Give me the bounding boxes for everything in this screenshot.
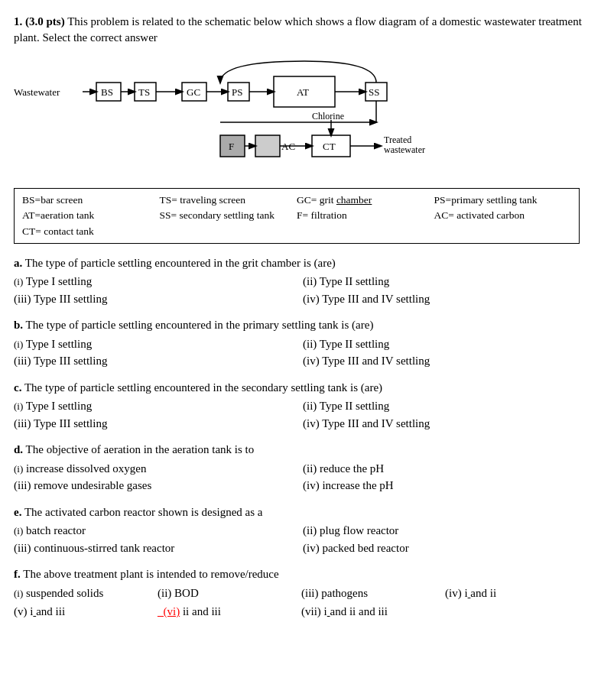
option-c-ii: (ii) Type II settling: [303, 397, 584, 415]
legend-gc: GC= grit chamber: [297, 193, 434, 208]
option-a-iv: (iv) Type III and IV settling: [303, 290, 584, 308]
question-f-options-row1: (i) suspended solids (ii) BOD (iii) path…: [14, 585, 584, 602]
question-b: b. The type of particle settling encount…: [14, 316, 584, 370]
question-c: c. The type of particle settling encount…: [14, 379, 584, 433]
question-d-text: d. The objective of aeration in the aera…: [14, 441, 584, 459]
question-e: e. The activated carbon reactor shown is…: [14, 504, 584, 557]
svg-text:Wastewater: Wastewater: [14, 86, 60, 98]
flow-diagram: Wastewater BS TS GC PS AT SS: [14, 53, 549, 183]
svg-text:wastewater: wastewater: [384, 144, 425, 155]
option-b-ii: (ii) Type II settling: [303, 335, 584, 353]
svg-text:GC: GC: [187, 86, 200, 98]
legend-ac: AC= activated carbon: [434, 208, 572, 223]
problem-points: (3.0 pts): [25, 15, 65, 28]
option-c-iv: (iv) Type III and IV settling: [303, 415, 584, 433]
svg-rect-30: [255, 135, 280, 157]
flow-diagram-container: Wastewater BS TS GC PS AT SS: [14, 53, 549, 183]
question-f-options-row2: (v) i and iii _(vi) ii and iii (vii) i a…: [14, 603, 584, 621]
svg-text:F: F: [229, 141, 234, 152]
question-b-text: b. The type of particle settling encount…: [14, 316, 584, 334]
question-d-options: (i) increase dissolved oxygen (ii) reduc…: [14, 460, 584, 494]
svg-text:SS: SS: [369, 86, 379, 98]
option-a-i: (i) Type I settling: [14, 273, 295, 290]
option-f-iii: (iii) pathogens: [301, 585, 440, 602]
question-a: a. The type of particle settling encount…: [14, 254, 584, 308]
option-d-iv: (iv) increase the pH: [303, 477, 584, 494]
option-a-iii: (iii) Type III settling: [14, 290, 295, 308]
option-e-iv: (iv) packed bed reactor: [303, 540, 584, 557]
question-a-text: a. The type of particle settling encount…: [14, 254, 584, 272]
svg-text:Chlorine: Chlorine: [312, 111, 344, 122]
option-f-ii: (ii) BOD: [158, 585, 297, 602]
option-a-ii: (ii) Type II settling: [303, 273, 584, 290]
option-b-iii: (iii) Type III settling: [14, 352, 295, 370]
svg-text:BS: BS: [101, 86, 113, 98]
option-b-i: (i) Type I settling: [14, 335, 295, 353]
option-f-vi: _(vi) ii and iii: [158, 603, 297, 621]
option-d-iii: (iii) remove undesirable gases: [14, 477, 295, 494]
option-c-iii: (iii) Type III settling: [14, 415, 295, 433]
legend-ct: CT= contact tank: [22, 224, 160, 239]
svg-text:PS: PS: [232, 86, 242, 98]
problem-header: 1. (3.0 pts) This problem is related to …: [14, 14, 584, 46]
problem-number: 1.: [14, 15, 22, 28]
question-e-options: (i) batch reactor (ii) plug flow reactor…: [14, 522, 584, 556]
option-d-ii: (ii) reduce the pH: [303, 460, 584, 478]
option-b-iv: (iv) Type III and IV settling: [303, 352, 584, 370]
question-f: f. The above treatment plant is intended…: [14, 566, 584, 621]
option-c-i: (i) Type I settling: [14, 397, 295, 415]
svg-text:Treated: Treated: [384, 134, 411, 145]
svg-text:TS: TS: [138, 86, 150, 98]
legend-f: F= filtration: [297, 208, 434, 223]
option-e-iii: (iii) continuous-stirred tank reactor: [14, 540, 295, 557]
question-c-options: (i) Type I settling (ii) Type II settlin…: [14, 397, 584, 432]
option-f-vii: (vii) i and ii and iii: [301, 603, 440, 621]
legend-ts: TS= traveling screen: [160, 193, 297, 208]
question-f-text: f. The above treatment plant is intended…: [14, 566, 584, 583]
option-d-i: (i) increase dissolved oxygen: [14, 460, 295, 478]
legend-box: BS=bar screen TS= traveling screen GC= g…: [14, 188, 580, 244]
legend-at: AT=aeration tank: [22, 208, 160, 223]
legend-bs: BS=bar screen: [22, 193, 160, 208]
question-a-options: (i) Type I settling (ii) Type II settlin…: [14, 273, 584, 307]
option-f-v: (v) i and iii: [14, 603, 153, 621]
problem-description: This problem is related to the schematic…: [14, 15, 582, 44]
option-f-iv: (iv) i and ii: [445, 585, 584, 602]
question-e-text: e. The activated carbon reactor shown is…: [14, 504, 584, 521]
question-d: d. The objective of aeration in the aera…: [14, 441, 584, 494]
legend-ss: SS= secondary settling tank: [160, 208, 297, 223]
question-c-text: c. The type of particle settling encount…: [14, 379, 584, 397]
question-b-options: (i) Type I settling (ii) Type II settlin…: [14, 335, 584, 370]
option-f-i: (i) suspended solids: [14, 585, 153, 602]
svg-text:CT: CT: [323, 141, 336, 152]
option-e-ii: (ii) plug flow reactor: [303, 522, 584, 540]
legend-ps: PS=primary settling tank: [434, 193, 572, 208]
option-e-i: (i) batch reactor: [14, 522, 295, 540]
svg-text:AT: AT: [297, 86, 309, 98]
